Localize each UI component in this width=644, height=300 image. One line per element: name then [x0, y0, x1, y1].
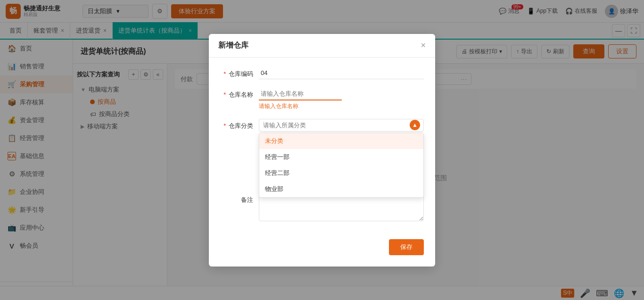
- category-dropdown-arrow[interactable]: ▲: [410, 120, 420, 130]
- modal-header: 新增仓库 ×: [209, 34, 435, 58]
- modal-close-button[interactable]: ×: [421, 41, 426, 50]
- code-label: * 仓库编码: [220, 67, 253, 78]
- category-label: * 仓库分类: [220, 119, 253, 130]
- modal-title: 新增仓库: [218, 41, 248, 50]
- save-button[interactable]: 保存: [389, 239, 424, 255]
- name-label: * 仓库名称: [220, 88, 253, 99]
- code-input[interactable]: [259, 67, 424, 79]
- new-warehouse-modal: 新增仓库 × * 仓库编码 * 仓库名称 请输入仓库名称: [209, 34, 435, 267]
- modal-footer: 保存: [209, 239, 435, 259]
- name-field-row: * 仓库名称 请输入仓库名称: [220, 88, 424, 110]
- note-label: 备注: [220, 193, 253, 204]
- category-input[interactable]: [259, 119, 424, 132]
- name-error-message: 请输入仓库名称: [259, 102, 424, 110]
- category-dropdown-list: 未分类 经营一部 经营二部 物业部: [259, 133, 424, 198]
- dropdown-item-3[interactable]: 物业部: [259, 181, 423, 197]
- name-input[interactable]: [259, 88, 342, 100]
- category-field-row: * 仓库分类 ▲ 未分类 经营一部 经营二部 物业部: [220, 119, 424, 132]
- modal-body: * 仓库编码 * 仓库名称 请输入仓库名称 *: [209, 58, 435, 239]
- modal-overlay: 新增仓库 × * 仓库编码 * 仓库名称 请输入仓库名称: [0, 0, 644, 300]
- dropdown-item-0[interactable]: 未分类: [259, 133, 423, 149]
- category-select-container: ▲ 未分类 经营一部 经营二部 物业部: [259, 119, 424, 132]
- dropdown-item-2[interactable]: 经营二部: [259, 165, 423, 181]
- code-field-row: * 仓库编码: [220, 67, 424, 79]
- dropdown-item-1[interactable]: 经营一部: [259, 149, 423, 165]
- arrow-up-icon: ▲: [412, 122, 418, 128]
